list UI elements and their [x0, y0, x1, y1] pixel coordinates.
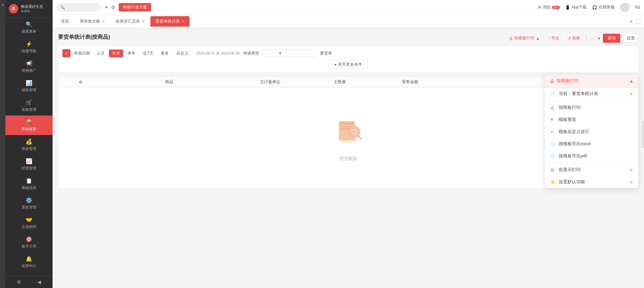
query-btn[interactable]: 查询 — [603, 34, 620, 43]
message-btn[interactable]: ✉ 消息 99+ — [538, 4, 560, 10]
sidebar-footer: ⚙ ◀ — [5, 276, 53, 288]
sidebar-item-search[interactable]: 🔍 搜索菜单 — [5, 18, 53, 37]
prev-month-btn[interactable]: 上月 — [93, 50, 108, 57]
print-dropdown-menu: 🖨 按模板打印 ▲ 📄 当前：要货单统计表 ▶ 🖨 按模板打印 👁 模板预览 — [544, 74, 639, 188]
dropdown-item-template-print[interactable]: 🖨 按模板打印 — [545, 101, 638, 114]
dropdown-item-export-pdf[interactable]: 📄 按模板导出pdf — [545, 150, 638, 162]
trial-btn[interactable]: 体验行业方案 — [119, 3, 151, 11]
search-box[interactable]: 🔍 — [57, 3, 100, 12]
printer-icon: 🖨 — [509, 36, 513, 41]
custom-btn[interactable]: 自定义 — [173, 50, 192, 57]
date-range: 2023-06-01 至 2023-06-30 — [196, 51, 240, 56]
tab-order-stats[interactable]: 要货单统计表 ✕ — [150, 16, 189, 27]
chart-icon: 📊 — [26, 80, 32, 86]
sidebar-item-sales[interactable]: 📊 销售管理 — [5, 76, 53, 96]
star-icon: ⭐ — [550, 180, 555, 185]
sidebar-item-marketing[interactable]: 📢 营销推广 — [5, 57, 53, 76]
more-actions-btn[interactable]: ··· — [590, 36, 594, 41]
date-buttons: 上月 本月 本年 近7天 更多 自定义 — [93, 50, 192, 57]
topbar-right: ✉ 消息 99+ 📱 App下载 🎧 在线客服 Rit — [538, 3, 640, 12]
sidebar-collapse-btn[interactable]: ◀ — [37, 279, 41, 285]
tab-home[interactable]: 首页 — [56, 16, 74, 27]
sidebar-item-inventory[interactable]: 📦 库存核算 — [5, 116, 53, 135]
search-icon: 🔍 — [26, 21, 32, 28]
sidebar-item-quick-nav[interactable]: ⚡ 快捷导航 — [5, 37, 53, 57]
dropdown-display-print[interactable]: 🖥 按显示打印 ▶ — [545, 164, 638, 176]
tab-close-receipt-summary[interactable]: ✕ — [142, 20, 145, 23]
sidebar-nav: 🔍 搜索菜单 ⚡ 快捷导航 📢 营销推广 📊 销售管理 🛒 采购管理 📦 库存核… — [5, 18, 53, 276]
dropdown-item-export-excel[interactable]: 📄 按模板导出excel — [545, 138, 638, 150]
dropdown-close-btn[interactable]: ▲ — [629, 78, 634, 84]
user-avatar[interactable] — [620, 3, 630, 12]
tab-close-order-stats[interactable]: ✕ — [182, 20, 184, 23]
sidebar-item-collab[interactable]: 🤝 企业协同 — [5, 213, 53, 233]
bell-icon: 🔔 — [26, 256, 32, 262]
sidebar-item-guide[interactable]: 🎯 新手引导 — [5, 233, 53, 252]
dropdown-divider-2 — [545, 163, 638, 163]
tab-receipt-summary[interactable]: 收发存汇总表 ✕ — [111, 16, 150, 27]
chevron-right-icon: ▶ — [630, 92, 633, 96]
actions-expand-btn[interactable]: ▾ — [598, 36, 600, 41]
more-btn[interactable]: 更多 — [158, 50, 172, 57]
7days-btn[interactable]: 近7天 — [140, 50, 156, 57]
export-btn[interactable]: ↑ 导出 — [545, 34, 562, 42]
expand-icon: ▾ — [334, 62, 336, 67]
sidebar-item-basic[interactable]: 📋 基础信息 — [5, 174, 53, 194]
window-maximize-btn[interactable]: ⛶ — [636, 19, 641, 24]
type-label: 单据类型 — [243, 51, 259, 56]
chevron-right-icon2: ▶ — [630, 168, 633, 172]
megaphone-icon: 📢 — [26, 60, 32, 67]
filter-expand-btn[interactable]: » — [62, 49, 70, 57]
printer2-icon: 🖨 — [550, 105, 555, 110]
app-logo: B 畅捷通好生意 标准版 — [5, 0, 53, 18]
sidebar-item-operation[interactable]: 📈 经营管理 — [5, 155, 53, 174]
window-close-btn[interactable]: ✕ — [629, 19, 633, 24]
sidebar-settings-btn[interactable]: ⚙ — [17, 279, 21, 285]
sidebar-item-system[interactable]: ⚙️ 系统管理 — [5, 194, 53, 213]
expand-more-btn[interactable]: ▾ 展开更多条件 — [329, 60, 368, 69]
filter-row: » 单据日期 上月 本月 本年 近7天 更多 自定义 2023-06-01 至 … — [62, 49, 634, 57]
topbar: 🔍 ▾ ⚙ 体验行业方案 ✉ 消息 99+ 📱 App下载 🎧 在线客服 Rit — [53, 0, 644, 15]
topbar-gear-btn[interactable]: ⚙ — [111, 5, 115, 10]
refresh-btn[interactable]: ↺ 刷新 — [565, 34, 583, 42]
topbar-dropdown-btn[interactable]: ▾ — [105, 5, 108, 10]
sidebar-scroll-up[interactable]: ▲ — [0, 0, 5, 288]
settings-btn[interactable]: 设置 — [623, 34, 639, 43]
dropdown-item-template-design[interactable]: ✏ 模板自定义设计 — [545, 126, 638, 138]
window-buttons: ✕ ⛶ — [629, 19, 641, 24]
sidebar-item-appstore[interactable]: 🔔 应用中心 — [5, 252, 53, 272]
pencil-icon: ✏ — [550, 129, 555, 134]
sidebar-item-wechat[interactable]: 💬 企业微信 — [5, 272, 53, 276]
dropdown-current-template[interactable]: 📄 当前：要货单统计表 ▶ — [545, 88, 638, 100]
print-template-btn[interactable]: 🖨 按模板打印 ▲ — [506, 34, 543, 42]
sidebar-item-purchase[interactable]: 🛒 采购管理 — [5, 96, 53, 116]
actions-divider: | — [586, 35, 587, 41]
search-icon: 🔍 — [60, 5, 65, 10]
app-download-btn[interactable]: 📱 App下载 — [565, 4, 587, 10]
content-area: 要货单统计表(按商品) 🖨 按模板打印 ▲ ↑ 导出 ↺ 刷新 | ··· ▾ … — [53, 28, 644, 288]
dropdown-item-template-preview[interactable]: 👁 模板预览 — [545, 114, 638, 126]
headset-icon: 🎧 — [592, 5, 597, 10]
col-unit: 主计量单位 — [235, 76, 305, 88]
tab-inventory-batch[interactable]: 库存批次账 ✕ — [75, 16, 110, 27]
empty-illustration — [331, 115, 365, 145]
col-goods: 商品 — [104, 76, 235, 88]
lightning-icon: ⚡ — [26, 41, 32, 47]
excel-icon: 📄 — [550, 141, 555, 147]
current-year-btn[interactable]: 本年 — [124, 50, 139, 57]
tab-close-inventory-batch[interactable]: ✕ — [102, 20, 105, 23]
scrollbar[interactable] — [642, 121, 644, 148]
pdf-icon: 📄 — [550, 154, 555, 159]
sidebar-item-finance[interactable]: 💰 资金管理 — [5, 135, 53, 155]
message-badge: 99+ — [552, 6, 560, 9]
online-service-btn[interactable]: 🎧 在线客服 — [592, 4, 615, 10]
logo-icon: B — [9, 4, 18, 13]
type-select[interactable]: ▾ — [263, 50, 317, 57]
dropdown-set-default[interactable]: ⭐ 设置默认功能 ▶ — [545, 176, 638, 188]
chevron-right-icon3: ▶ — [630, 180, 633, 184]
current-month-btn[interactable]: 本月 — [109, 50, 123, 57]
empty-text: 暂无数据 — [340, 156, 357, 162]
order-type-tag: 要货单 — [320, 51, 332, 56]
dropdown-header-title: 🖨 按模板打印 — [549, 78, 579, 84]
col-settings[interactable]: ⚙ — [58, 77, 104, 87]
